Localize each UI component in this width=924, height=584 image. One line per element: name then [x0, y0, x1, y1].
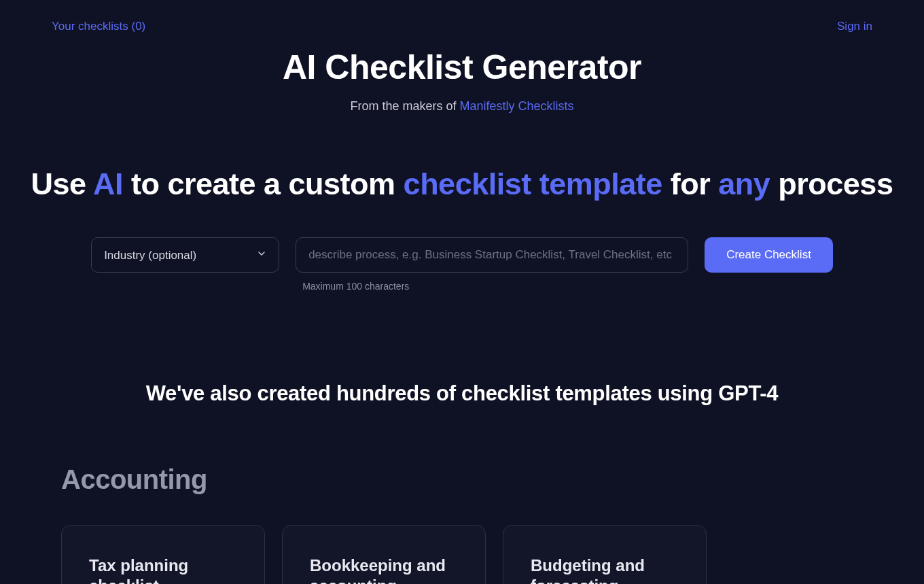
cards-row: Tax planning checklist Tax planning chec…: [61, 525, 863, 584]
industry-select-wrap: Industry (optional): [91, 237, 279, 273]
sign-in-link[interactable]: Sign in: [837, 20, 872, 33]
process-input-wrap: Maximum 100 characters: [296, 237, 688, 292]
process-input[interactable]: [296, 237, 688, 273]
scroll-next-button[interactable]: [874, 579, 895, 584]
subtitle-prefix: From the makers of: [350, 99, 459, 113]
headline-accent-template: checklist template: [404, 167, 662, 201]
industry-select[interactable]: Industry (optional): [91, 237, 279, 273]
page-subtitle: From the makers of Manifestly Checklists: [27, 99, 897, 114]
checklist-card[interactable]: Bookkeeping and accounting checklist Boo…: [282, 525, 486, 584]
headline-accent-ai: AI: [93, 167, 123, 201]
page-title: AI Checklist Generator: [27, 48, 897, 87]
category-title-accounting: Accounting: [61, 464, 863, 495]
checklist-card[interactable]: Tax planning checklist Tax planning chec…: [61, 525, 265, 584]
templates-section-heading: We've also created hundreds of checklist…: [0, 381, 924, 406]
headline-accent-any: any: [718, 167, 770, 201]
your-checklists-link[interactable]: Your checklists (0): [52, 20, 145, 33]
manifestly-link[interactable]: Manifestly Checklists: [460, 99, 574, 113]
chevron-right-icon: [877, 581, 892, 584]
headline-part: Use: [31, 167, 93, 201]
headline-part: to create a custom: [123, 167, 404, 201]
create-checklist-button[interactable]: Create Checklist: [705, 237, 833, 273]
headline: Use AI to create a custom checklist temp…: [0, 167, 924, 202]
checklist-card[interactable]: Budgeting and forecasting checklist Budg…: [503, 525, 707, 584]
input-helper-text: Maximum 100 characters: [302, 281, 688, 292]
card-title: Tax planning checklist: [89, 555, 237, 584]
card-title: Budgeting and forecasting checklist: [531, 555, 679, 584]
headline-part: process: [770, 167, 893, 201]
card-title: Bookkeeping and accounting checklist: [310, 555, 458, 584]
headline-part: for: [662, 167, 719, 201]
